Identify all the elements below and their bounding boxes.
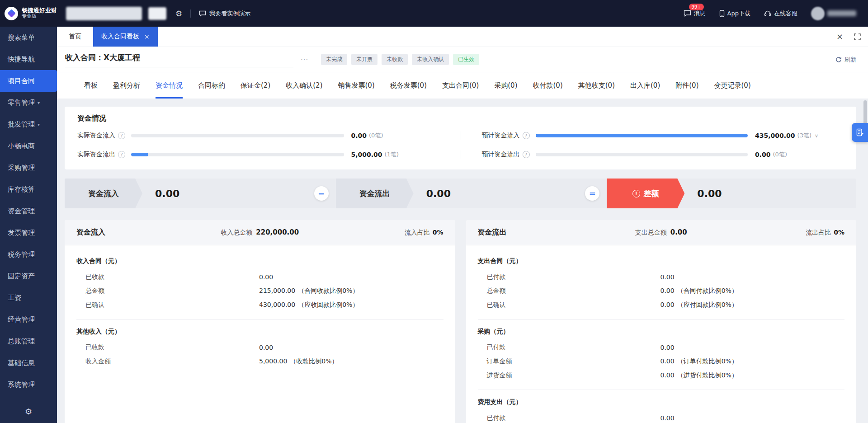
summary-band: 资金流入 0.00 − 资金流出 0.00 = ! 差额 0.00: [65, 179, 856, 208]
content-area: 资金情况 实际资金流入 ? 0.00(0笔) 预计资金流入 ? 435,000.…: [57, 99, 868, 423]
brand-edition: 专业版: [22, 14, 57, 19]
status-badge-effective: 已生效: [453, 54, 479, 65]
subtab-deposit[interactable]: 保证金(2): [241, 72, 270, 99]
tab-income-contract-dashboard[interactable]: 收入合同看板 ×: [93, 27, 158, 47]
demo-link[interactable]: 我要看实例演示: [199, 9, 250, 18]
topbar-chip-redacted[interactable]: [148, 7, 166, 20]
message-icon: [684, 10, 691, 17]
subtab-change-log[interactable]: 变更记录(0): [714, 72, 751, 99]
subtab-other-income-expense[interactable]: 其他收支(0): [578, 72, 615, 99]
income-total-value: 220,000.00: [256, 228, 299, 236]
close-all-icon[interactable]: ×: [836, 33, 843, 41]
subtab-attachments[interactable]: 附件(0): [675, 72, 698, 99]
status-badge-unreceived: 未收款: [382, 54, 408, 65]
outflow-detail-card: 资金流出 支出总金额0.00 流出占比0% 支出合同（元） 已付款0.00 总金…: [466, 220, 857, 423]
sidebar-item-general-ledger[interactable]: 总账管理: [0, 330, 57, 352]
subtab-expense-contract[interactable]: 支出合同(0): [442, 72, 479, 99]
more-options-button[interactable]: ···: [301, 56, 308, 64]
subtab-funds-status[interactable]: 资金情况: [156, 72, 183, 99]
section-title: 其他收入（元）: [76, 328, 443, 336]
detail-row: 已付款0.00: [478, 340, 845, 354]
refresh-button[interactable]: 刷新: [835, 56, 856, 64]
help-icon[interactable]: ?: [118, 151, 125, 158]
subtab-payments[interactable]: 收付款(0): [533, 72, 563, 99]
vertical-scrollbar[interactable]: [863, 100, 867, 422]
feedback-widget-button[interactable]: [852, 123, 868, 142]
status-badge-unfinished: 未完成: [321, 54, 347, 65]
search-input-redacted[interactable]: [66, 7, 142, 20]
tab-home[interactable]: 首页: [57, 27, 93, 47]
sidebar-item-project-contract[interactable]: 项目合同: [0, 70, 57, 92]
tabstrip: 首页 收入合同看板 × ×: [57, 27, 868, 47]
sidebar-item-fixed-assets[interactable]: 固定资产: [0, 265, 57, 287]
online-support-button[interactable]: 在线客服: [764, 9, 797, 18]
funds-overview-card: 资金情况 实际资金流入 ? 0.00(0笔) 预计资金流入 ? 435,000.…: [65, 107, 856, 169]
gear-icon[interactable]: ⚙: [175, 9, 182, 18]
inflow-detail-card: 资金流入 收入总金额220,000.00 流入占比0% 收入合同（元） 已收款0…: [65, 220, 455, 423]
expense-total-label: 支出总金额: [635, 229, 667, 236]
progress-bar: [536, 153, 748, 156]
sidebar-item-quick-nav[interactable]: 快捷导航: [0, 48, 57, 70]
section-divider: [478, 390, 845, 390]
refresh-icon: [835, 56, 842, 63]
section-title: 采购（元）: [478, 328, 845, 336]
messages-badge: 99+: [689, 4, 704, 10]
detail-row: 已付款0.00: [478, 270, 845, 284]
sidebar-gear-icon[interactable]: ⚙: [0, 400, 57, 423]
sidebar-item-invoice[interactable]: 发票管理: [0, 222, 57, 244]
subtab-contract-subject[interactable]: 合同标的: [198, 72, 225, 99]
sidebar-item-basic-info[interactable]: 基础信息: [0, 352, 57, 374]
help-icon[interactable]: ?: [523, 132, 530, 139]
outflow-ratio-label: 流出占比: [806, 229, 831, 236]
outflow-total: 0.00: [426, 188, 451, 199]
sidebar-item-ecommerce[interactable]: 小畅电商: [0, 135, 57, 157]
subtab-profit-analysis[interactable]: 盈利分析: [113, 72, 140, 99]
sidebar-item-operations[interactable]: 经营管理: [0, 309, 57, 330]
subtab-sales-invoice[interactable]: 销售发票(0): [338, 72, 375, 99]
speech-bubble-icon: [199, 10, 206, 17]
progress-bar: [131, 153, 344, 156]
app-download-label: App下载: [727, 9, 750, 18]
detail-row: 进货金额0.00（进货付款比例0%）: [478, 368, 845, 382]
tab-close-icon[interactable]: ×: [144, 33, 150, 40]
document-pencil-icon: [856, 128, 864, 136]
avatar: [811, 7, 825, 20]
page-header: 收入合同：X大厦工程 ··· 未完成 未开票 未收款 未收入确认 已生效 刷新: [57, 47, 868, 72]
sidebar-item-retail[interactable]: 零售管理▾: [0, 92, 57, 113]
detail-row: 已付款0.00: [478, 411, 845, 423]
status-badge-unconfirmed: 未收入确认: [412, 54, 449, 65]
sidebar-item-system[interactable]: 系统管理: [0, 374, 57, 395]
section-title: 支出合同（元）: [478, 257, 845, 265]
subtab-purchase[interactable]: 采购(0): [494, 72, 517, 99]
chevron-down-icon[interactable]: ∨: [815, 133, 818, 139]
subtab-revenue-confirm[interactable]: 收入确认(2): [286, 72, 322, 99]
sidebar-item-wholesale[interactable]: 批发管理▾: [0, 113, 57, 135]
equals-icon: =: [585, 186, 599, 201]
help-icon[interactable]: ?: [523, 151, 530, 158]
metric-expected-inflow: 预计资金流入 ? 435,000.00(3笔)∨: [461, 132, 844, 140]
app-download-button[interactable]: App下载: [719, 9, 750, 18]
sidebar: 搜索菜单 快捷导航 项目合同 零售管理▾ 批发管理▾ 小畅电商 采购管理 库存核…: [0, 27, 57, 423]
sidebar-item-tax[interactable]: 税务管理: [0, 244, 57, 265]
sidebar-item-payroll[interactable]: 工资: [0, 287, 57, 309]
help-icon[interactable]: ?: [118, 132, 125, 139]
detail-row: 收入金额5,000.00（收款比例0%）: [76, 354, 443, 368]
fullscreen-icon[interactable]: [854, 33, 861, 40]
sidebar-item-inventory[interactable]: 库存核算: [0, 179, 57, 200]
section-title: 费用支出（元）: [478, 398, 845, 406]
funds-title: 资金情况: [77, 114, 844, 123]
subtab-dashboard[interactable]: 看板: [84, 72, 98, 99]
topbar-divider: [190, 9, 191, 18]
user-account[interactable]: [811, 7, 856, 20]
sidebar-item-search-menu[interactable]: 搜索菜单: [0, 27, 57, 48]
messages-button[interactable]: 99+ 消息: [684, 9, 706, 18]
brand-name: 畅捷通好业财: [22, 7, 57, 14]
outflow-card-title: 资金流出: [478, 228, 564, 237]
sidebar-item-funds[interactable]: 资金管理: [0, 200, 57, 222]
inflow-card-title: 资金流入: [76, 228, 162, 237]
subtab-tax-invoice[interactable]: 税务发票(0): [390, 72, 427, 99]
minus-icon: −: [314, 186, 329, 201]
subtab-warehouse-inout[interactable]: 出入库(0): [630, 72, 660, 99]
sidebar-item-purchase[interactable]: 采购管理: [0, 157, 57, 179]
detail-row: 总金额215,000.00（合同收款比例0%）: [76, 284, 443, 298]
